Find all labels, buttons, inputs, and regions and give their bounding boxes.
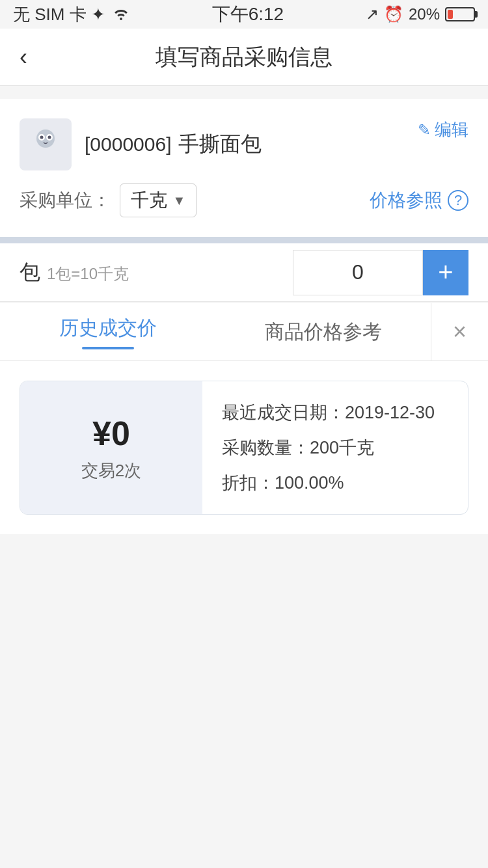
product-title: 手撕面包 [178, 132, 262, 156]
product-info: [0000006] 手撕面包 [20, 118, 262, 170]
tab-active-indicator [82, 347, 134, 349]
transaction-qty-row: 采购数量：200千克 [222, 436, 448, 459]
date-value: 2019-12-30 [345, 403, 435, 422]
product-name: [0000006] 手撕面包 [85, 130, 262, 159]
tab-price-reference[interactable]: 商品价格参考 [215, 303, 431, 360]
help-icon[interactable]: ? [448, 190, 468, 211]
quantity-label: 包 1包=10千克 [20, 258, 129, 287]
transaction-count: 交易2次 [81, 459, 141, 482]
status-right: ↗ ⏰ 20% [366, 5, 475, 23]
product-logo-icon [29, 126, 62, 163]
quantity-row: 包 1包=10千克 + [0, 243, 488, 302]
wifi-icon [112, 5, 130, 25]
edit-icon: ✎ [418, 121, 431, 139]
location-icon: ↗ [366, 5, 379, 23]
close-icon: × [453, 318, 467, 346]
product-card: [0000006] 手撕面包 ✎ 编辑 采购单位： 千克 ▼ 价格参照 ? [0, 99, 488, 237]
tab-close-button[interactable]: × [431, 303, 488, 360]
quantity-input[interactable] [293, 250, 423, 295]
chevron-down-icon: ▼ [172, 193, 185, 208]
transaction-date-row: 最近成交日期：2019-12-30 [222, 401, 448, 424]
quantity-sub-label: 1包=10千克 [47, 264, 129, 284]
date-label: 最近成交日期： [222, 403, 345, 422]
qty-label: 采购数量： [222, 438, 310, 457]
tab-bar: 历史成交价 商品价格参考 × [0, 303, 488, 361]
unit-select[interactable]: 千克 ▼ [120, 183, 197, 217]
discount-value: 100.00% [275, 473, 344, 493]
product-unit-row: 采购单位： 千克 ▼ 价格参照 ? [20, 183, 468, 217]
transaction-card: ¥0 交易2次 最近成交日期：2019-12-30 采购数量：200千克 折扣：… [20, 381, 468, 515]
status-bar: 无 SIM 卡 ✦ 下午6:12 ↗ ⏰ 20% [0, 0, 488, 29]
separator-bar [0, 237, 488, 243]
svg-point-3 [40, 136, 44, 139]
tab-history-label: 历史成交价 [59, 315, 157, 342]
edit-label: 编辑 [435, 118, 468, 141]
transaction-left: ¥0 交易2次 [20, 381, 202, 514]
discount-label: 折扣： [222, 473, 275, 493]
svg-point-4 [48, 136, 51, 139]
quantity-unit: 包 [20, 258, 40, 287]
transaction-discount-row: 折扣：100.00% [222, 471, 448, 495]
battery-icon [445, 7, 475, 21]
sim-label: 无 SIM 卡 ✦ [13, 3, 105, 26]
unit-section: 采购单位： 千克 ▼ [20, 183, 197, 217]
unit-value: 千克 [131, 188, 167, 213]
bottom-panel: 历史成交价 商品价格参考 × ¥0 交易2次 最近成交日期：2019-12-30… [0, 303, 488, 534]
nav-bar: ‹ 填写商品采购信息 [0, 29, 488, 86]
page-title: 填写商品采购信息 [156, 42, 332, 72]
product-header: [0000006] 手撕面包 ✎ 编辑 [20, 118, 468, 170]
edit-button[interactable]: ✎ 编辑 [418, 118, 468, 141]
status-left: 无 SIM 卡 ✦ [13, 3, 130, 26]
battery-pct: 20% [409, 5, 440, 23]
background-area [0, 534, 488, 860]
price-ref-button[interactable]: 价格参照 ? [370, 188, 468, 213]
unit-label: 采购单位： [20, 190, 111, 210]
tab-history-price[interactable]: 历史成交价 [0, 303, 215, 360]
status-time: 下午6:12 [212, 2, 284, 27]
tab-price-ref-label: 商品价格参考 [265, 319, 382, 346]
quantity-plus-button[interactable]: + [423, 250, 468, 295]
transaction-price: ¥0 [92, 414, 130, 453]
product-thumbnail [20, 118, 72, 170]
qty-value: 200千克 [310, 438, 374, 457]
transaction-right: 最近成交日期：2019-12-30 采购数量：200千克 折扣：100.00% [202, 381, 468, 514]
history-content: ¥0 交易2次 最近成交日期：2019-12-30 采购数量：200千克 折扣：… [0, 361, 488, 534]
back-button[interactable]: ‹ [20, 44, 27, 71]
alarm-icon: ⏰ [384, 5, 403, 23]
quantity-controls: + [293, 250, 468, 295]
price-ref-label: 价格参照 [370, 188, 442, 213]
product-id: [0000006] [85, 133, 171, 155]
